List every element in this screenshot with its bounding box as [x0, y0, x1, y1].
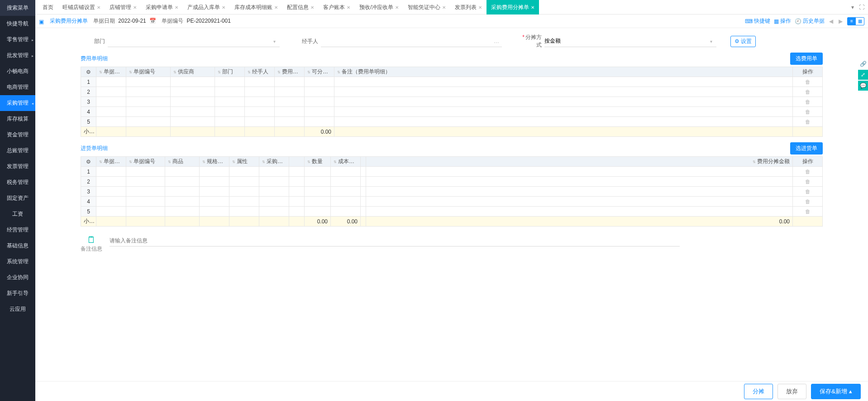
cell[interactable] — [259, 167, 289, 177]
delete-icon[interactable]: 🗑 — [805, 198, 811, 205]
cell[interactable] — [259, 177, 289, 187]
tab-4[interactable]: 产成品入库单✕ — [183, 0, 230, 14]
cell[interactable] — [275, 117, 305, 127]
cell[interactable] — [171, 97, 215, 107]
cell[interactable] — [305, 87, 334, 97]
col-header[interactable]: ⇅费用名称 — [275, 67, 305, 77]
sidebar-item-0[interactable]: 搜索菜单 — [0, 0, 35, 16]
cell[interactable] — [305, 207, 331, 217]
cell[interactable] — [96, 117, 126, 127]
cell[interactable] — [96, 207, 126, 217]
sidebar-item-14[interactable]: 经营管理 — [0, 222, 35, 238]
cell[interactable] — [96, 167, 126, 177]
cell[interactable] — [96, 87, 126, 97]
cell[interactable] — [229, 177, 259, 187]
cell[interactable] — [171, 107, 215, 117]
cell[interactable] — [229, 207, 259, 217]
cell[interactable] — [361, 187, 366, 197]
cell[interactable] — [245, 107, 275, 117]
delete-icon[interactable]: 🗑 — [805, 89, 811, 95]
cell[interactable] — [331, 187, 361, 197]
cell[interactable] — [259, 207, 289, 217]
cell[interactable] — [165, 187, 200, 197]
cell[interactable] — [171, 117, 215, 127]
cell[interactable] — [165, 177, 200, 187]
close-icon[interactable]: ✕ — [274, 5, 278, 10]
handler-input[interactable] — [321, 35, 502, 47]
col-config-icon[interactable]: ⚙ — [81, 157, 96, 167]
cell[interactable] — [289, 187, 305, 197]
cell[interactable] — [366, 207, 793, 217]
next-arrow-icon[interactable]: ▶ — [838, 18, 844, 24]
cell[interactable] — [334, 87, 793, 97]
cell[interactable] — [171, 77, 215, 87]
cell[interactable] — [126, 87, 171, 97]
cell[interactable] — [200, 197, 229, 207]
sidebar-item-18[interactable]: 新手引导 — [0, 285, 35, 301]
cell[interactable] — [366, 187, 793, 197]
col-header[interactable]: ⇅备注（费用单明细） — [334, 67, 793, 77]
cell[interactable] — [200, 167, 229, 177]
cell[interactable] — [289, 167, 305, 177]
tab-5[interactable]: 库存成本明细账✕ — [230, 0, 282, 14]
cell[interactable] — [361, 207, 366, 217]
delete-icon[interactable]: 🗑 — [805, 79, 811, 85]
sidebar-item-13[interactable]: 工资 — [0, 206, 35, 222]
dept-input[interactable] — [108, 35, 280, 47]
fullscreen-icon[interactable]: ⛶ — [857, 3, 866, 12]
cell[interactable] — [305, 107, 334, 117]
col-header[interactable]: ⇅采购单位 — [259, 157, 289, 167]
save-new-button[interactable]: 保存&新增▴ — [811, 384, 861, 399]
delete-icon[interactable]: 🗑 — [805, 208, 811, 215]
cell[interactable] — [96, 97, 126, 107]
cell[interactable] — [275, 107, 305, 117]
cell[interactable] — [334, 107, 793, 117]
col-header[interactable]: ⇅部门 — [215, 67, 245, 77]
sidebar-item-4[interactable]: 小畅电商 — [0, 63, 35, 79]
tab-10[interactable]: 发票列表✕ — [450, 0, 486, 14]
cell[interactable] — [366, 167, 793, 177]
sidebar-item-12[interactable]: 固定资产 — [0, 190, 35, 206]
cell[interactable] — [334, 117, 793, 127]
col-header[interactable]: ⇅单据编号 — [126, 67, 171, 77]
cell[interactable] — [275, 97, 305, 107]
tab-1[interactable]: 旺铺店铺设置✕ — [58, 0, 105, 14]
cell[interactable] — [96, 187, 126, 197]
sidebar-item-16[interactable]: 系统管理 — [0, 254, 35, 270]
sidebar-item-8[interactable]: 资金管理 — [0, 127, 35, 143]
sidebar-item-9[interactable]: 总账管理 — [0, 143, 35, 159]
cell[interactable] — [305, 167, 331, 177]
cell[interactable] — [331, 177, 361, 187]
col-header[interactable]: ⇅供应商 — [171, 67, 215, 77]
cell[interactable] — [229, 197, 259, 207]
table-row[interactable]: 2🗑 — [81, 87, 823, 97]
sidebar-item-3[interactable]: 批发管理▸ — [0, 48, 35, 63]
close-icon[interactable]: ✕ — [395, 5, 399, 10]
cell[interactable] — [289, 207, 305, 217]
quick-create-link[interactable]: ⌨快捷键 — [745, 17, 770, 25]
close-icon[interactable]: ✕ — [222, 5, 225, 10]
cell[interactable] — [305, 117, 334, 127]
cell[interactable] — [171, 87, 215, 97]
cell[interactable] — [334, 77, 793, 87]
discard-button[interactable]: 放弃 — [777, 384, 806, 399]
delete-icon[interactable]: 🗑 — [805, 169, 811, 175]
close-icon[interactable]: ✕ — [347, 5, 350, 10]
cell[interactable] — [331, 167, 361, 177]
cell[interactable] — [305, 177, 331, 187]
col-header[interactable] — [289, 157, 305, 167]
col-header[interactable]: ⇅数量 — [305, 157, 331, 167]
col-header[interactable] — [361, 157, 366, 167]
cell[interactable] — [305, 187, 331, 197]
select-goods-button[interactable]: 选进货单 — [790, 142, 823, 155]
cell[interactable] — [331, 207, 361, 217]
sidebar-item-5[interactable]: 电商管理 — [0, 79, 35, 95]
close-icon[interactable]: ✕ — [478, 5, 482, 10]
table-row[interactable]: 1🗑 — [81, 167, 823, 177]
cell[interactable] — [126, 77, 171, 87]
cell[interactable] — [126, 187, 165, 197]
cell[interactable] — [361, 197, 366, 207]
col-header[interactable]: ⇅规格型号 — [200, 157, 229, 167]
cell[interactable] — [305, 97, 334, 107]
table-row[interactable]: 3🗑 — [81, 187, 823, 197]
